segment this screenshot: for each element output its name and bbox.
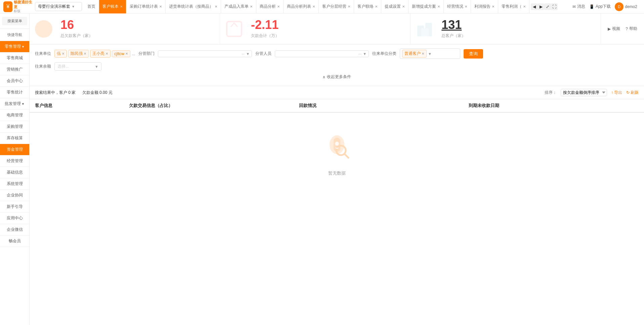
sidebar-item-wholesale-mgmt[interactable]: 批发管理 ▼ <box>0 98 29 110</box>
unit-filter-tags: 伍 ✕ 陈民强 ✕ 王小亮 ✕ cjttcw ✕ ... <box>54 50 135 58</box>
tab-close-icon[interactable]: ✕ <box>159 5 162 8</box>
workspace-selector[interactable]: 母婴行业演示帐套 ▼ <box>35 2 82 11</box>
tab-retail-profit[interactable]: 零售利润（ ✕ <box>498 0 529 13</box>
sidebar-item-inventory[interactable]: 库存核算 <box>0 133 29 144</box>
dept-filter-label: 分管部门 <box>138 51 155 57</box>
message-btn[interactable]: ✉ 消息 <box>572 4 585 9</box>
tabs-scroll-right-icon[interactable]: ▶ <box>538 3 544 10</box>
quick-nav-btn[interactable]: 快捷导航 <box>2 31 27 39</box>
result-info: 搜索结果中，客户 0 家 欠款金额 0.00 元 <box>35 90 113 96</box>
table-header: 客户信息 欠款交易信息（占比） 回款情况 到期未收款日期 <box>30 99 644 113</box>
tab-customer-segment[interactable]: 客户分层经营 ✕ <box>319 0 354 13</box>
tab-stock-stats[interactable]: 进货单统计表（按商品） ✕ <box>166 0 221 13</box>
sidebar-item-member-center[interactable]: 会员中心 <box>0 75 29 87</box>
sort-select[interactable]: 按欠款金额倒序排序 <box>561 89 607 96</box>
export-label: 导出 <box>614 90 622 96</box>
sidebar-item-label: 畅会员 <box>9 239 21 243</box>
video-label: 视频 <box>612 26 620 32</box>
query-btn[interactable]: 查询 <box>464 49 483 59</box>
sidebar-item-retail-mall[interactable]: 零售商城 <box>0 52 29 64</box>
unit-class-filter-label: 往来单位分类 <box>372 51 396 57</box>
sidebar-item-system[interactable]: 系统管理 <box>0 178 29 190</box>
tab-close-icon[interactable]: ✕ <box>492 5 495 8</box>
refresh-btn[interactable]: ↻ 刷新 <box>626 90 639 96</box>
sidebar-item-basic-info[interactable]: 基础信息 <box>0 167 29 178</box>
help-btn[interactable]: ? 帮助 <box>626 26 637 32</box>
message-icon: ✉ <box>572 4 576 9</box>
tab-close-icon[interactable]: ✕ <box>437 5 440 8</box>
unit-class-tag-remove[interactable]: ✕ <box>422 52 424 56</box>
person-filter-input[interactable]: ··· ▼ <box>275 50 369 57</box>
person-filter-more-icon: ··· <box>358 52 361 56</box>
app-download-icon: 📱 <box>589 4 594 9</box>
video-btn[interactable]: ▶ 视频 <box>608 26 620 32</box>
sidebar-item-retail-stats[interactable]: 零售统计 <box>0 87 29 98</box>
unit-tag-chen-remove[interactable]: ✕ <box>84 52 86 56</box>
tab-close-icon[interactable]: ✕ <box>250 5 253 8</box>
sidebar-item-enterprise-collab[interactable]: 企业协同 <box>0 190 29 201</box>
user-profile-btn[interactable]: D demo2 <box>615 2 637 11</box>
chevron-down-icon: ▼ <box>22 45 25 48</box>
unit-tag-chen-text: 陈民强 <box>71 51 83 57</box>
tab-close-icon[interactable]: ✕ <box>120 5 123 8</box>
unit-class-filter-input[interactable]: 普通客户 ✕ ▼ <box>400 48 460 59</box>
tab-close-icon[interactable]: ✕ <box>215 5 217 8</box>
tab-close-icon[interactable]: ✕ <box>312 5 315 8</box>
app-body: 搜索菜单 快捷导航 零售管理 ▼ 零售商城 营销推广 会员中心 零售统计 批发管… <box>0 13 644 325</box>
balance-arrow-icon: ▼ <box>95 65 98 69</box>
tab-product-analysis-list[interactable]: 商品分析列表 ✕ <box>284 0 319 13</box>
tab-label: 进货单统计表（按商品） <box>169 4 213 9</box>
tabs-fullscreen-icon[interactable]: ⛶ <box>551 3 558 10</box>
tab-close-icon[interactable]: ✕ <box>348 5 350 8</box>
tab-operation-status[interactable]: 经营情况 ✕ <box>444 0 471 13</box>
tab-close-icon[interactable]: ✕ <box>277 5 280 8</box>
sidebar-item-enterprise-wechat[interactable]: 企业微信 <box>0 224 29 236</box>
tab-close-icon[interactable]: ✕ <box>402 5 405 8</box>
tab-product-analysis[interactable]: 商品分析 ✕ <box>256 0 284 13</box>
sidebar-item-purchase[interactable]: 采购管理 <box>0 121 29 133</box>
sidebar-item-label: 电商管理 <box>7 113 23 117</box>
unit-tag-cjttcw-remove[interactable]: ✕ <box>125 52 128 56</box>
tab-close-icon[interactable]: ✕ <box>375 5 378 8</box>
tab-close-icon[interactable]: ✕ <box>523 5 526 8</box>
tabs-scroll-left-icon[interactable]: ◀ <box>531 3 538 10</box>
tab-profit-report[interactable]: 利润报告 ✕ <box>471 0 498 13</box>
app-download-btn[interactable]: 📱 App下载 <box>589 4 611 9</box>
sidebar-item-app-center[interactable]: 应用中心 <box>0 213 29 224</box>
search-menu-btn[interactable]: 搜索菜单 <box>2 17 27 25</box>
tab-accounts[interactable]: 客户账本 ✕ <box>99 0 126 13</box>
unit-tag-wang-remove[interactable]: ✕ <box>105 52 108 56</box>
unit-tag-wang: 王小亮 ✕ <box>90 50 111 58</box>
unit-tag-wu-remove[interactable]: ✕ <box>62 52 65 56</box>
sidebar-item-finance[interactable]: 资金管理 <box>0 144 29 155</box>
tab-home[interactable]: 首页 <box>84 0 99 13</box>
sidebar-item-label: 企业协同 <box>7 193 23 197</box>
tab-new-raise-plan[interactable]: 新增提成方案 ✕ <box>409 0 444 13</box>
sidebar-item-retail-mgmt[interactable]: 零售管理 ▼ <box>0 41 29 52</box>
logo-text: 畅捷通好生意 标版 <box>14 0 33 13</box>
balance-filter-input[interactable]: 选择... ▼ <box>54 62 101 71</box>
stat-card-arrears: -2.11 欠款合计（万） <box>220 13 411 44</box>
dept-filter-input[interactable]: ··· ▼ <box>158 50 252 57</box>
tab-raise-settings[interactable]: 提成设置 ✕ <box>381 0 409 13</box>
export-btn[interactable]: ↑ 导出 <box>611 90 622 96</box>
sidebar-item-vip-member[interactable]: 畅会员 <box>0 236 29 247</box>
total-customers-label: 总欠款客户（家） <box>60 33 212 39</box>
tabs-expand-icon[interactable]: ⤢ <box>544 3 551 10</box>
unit-tag-chen: 陈民强 ✕ <box>68 50 89 58</box>
unit-filter-more-btn[interactable]: ... <box>132 51 135 56</box>
tab-purchase-order-stats[interactable]: 采购订单统计表 ✕ <box>126 0 166 13</box>
sidebar-item-label: 企业微信 <box>7 227 23 232</box>
sidebar-item-new-guide[interactable]: 新手引导 <box>0 201 29 213</box>
tab-close-icon[interactable]: ✕ <box>465 5 467 8</box>
chevron-down-icon: ▼ <box>22 102 25 106</box>
sidebar-item-operations[interactable]: 经营管理 <box>0 155 29 167</box>
total-customers-value: 16 <box>60 19 212 31</box>
collapse-btn[interactable]: ∧ 收起更多条件 <box>323 74 351 80</box>
tab-product-stock-in[interactable]: 产成品入库单 ✕ <box>221 0 256 13</box>
sidebar-item-marketing[interactable]: 营销推广 <box>0 64 29 75</box>
unit-class-arrow-icon: ▼ <box>428 52 432 56</box>
filter-row-1: 往来单位 伍 ✕ 陈民强 ✕ 王小亮 ✕ cjttcw <box>35 48 639 59</box>
sidebar-item-ecommerce[interactable]: 电商管理 <box>0 110 29 121</box>
tab-customer-contact[interactable]: 客户联络 ✕ <box>354 0 381 13</box>
